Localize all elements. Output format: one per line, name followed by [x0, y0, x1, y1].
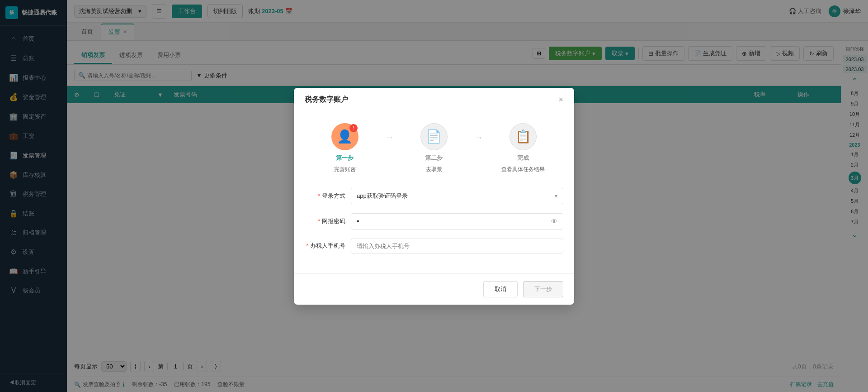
form-row-login-method: 登录方式 app获取验证码登录 ▾: [305, 188, 563, 204]
step-2-icon: 📄: [426, 129, 442, 144]
step-3-circle: 📋: [509, 123, 537, 150]
tax-digital-dialog: 税务数字账户 × 👤 ! 第一步 完善账密 →: [294, 88, 574, 305]
step-1: 👤 ! 第一步 完善账密: [305, 123, 385, 173]
cancel-button[interactable]: 取消: [483, 281, 518, 297]
modal-overlay: 税务数字账户 × 👤 ! 第一步 完善账密 →: [0, 0, 868, 392]
step-3-desc: 查看具体任务结果: [501, 166, 545, 173]
password-label: 网报密码: [305, 217, 345, 225]
login-method-label: 登录方式: [305, 192, 345, 200]
login-method-select[interactable]: app获取验证码登录 ▾: [351, 188, 563, 204]
dialog-header: 税务数字账户 ×: [294, 88, 574, 112]
phone-input[interactable]: [357, 243, 557, 249]
phone-field[interactable]: [351, 239, 563, 253]
login-method-dropdown-icon: ▾: [555, 193, 557, 199]
step-3-icon: 📋: [515, 129, 531, 144]
step-1-desc: 完善账密: [334, 166, 356, 173]
step-1-label: 第一步: [336, 154, 354, 162]
step-arrow-2: →: [474, 132, 483, 143]
eye-icon[interactable]: 👁: [551, 218, 557, 225]
form-row-password: 网报密码 👁: [305, 213, 563, 229]
step-3: 📋 完成 查看具体任务结果: [483, 123, 563, 173]
step-2-label: 第二步: [425, 154, 443, 162]
step-2-desc: 去取票: [426, 166, 442, 173]
step-arrow-1: →: [385, 132, 394, 143]
login-method-value: app获取验证码登录: [357, 192, 555, 200]
step-1-circle: 👤 !: [331, 123, 359, 150]
step-1-badge: !: [349, 124, 358, 132]
step-1-icon: 👤: [337, 129, 353, 144]
dialog-body: 👤 ! 第一步 完善账密 → 📄 第二步 去取票 →: [294, 112, 574, 273]
step-2-circle: 📄: [420, 123, 448, 150]
steps-indicator: 👤 ! 第一步 完善账密 → 📄 第二步 去取票 →: [305, 123, 563, 173]
password-input[interactable]: [357, 217, 551, 225]
next-button[interactable]: 下一步: [523, 281, 563, 297]
dialog-close-button[interactable]: ×: [558, 95, 563, 105]
form-row-phone: 办税人手机号: [305, 239, 563, 253]
dialog-title: 税务数字账户: [305, 95, 348, 105]
phone-label: 办税人手机号: [305, 242, 345, 250]
step-2: 📄 第二步 去取票: [394, 123, 474, 173]
step-3-label: 完成: [517, 154, 529, 162]
dialog-footer: 取消 下一步: [294, 273, 574, 305]
password-field[interactable]: 👁: [351, 213, 563, 229]
